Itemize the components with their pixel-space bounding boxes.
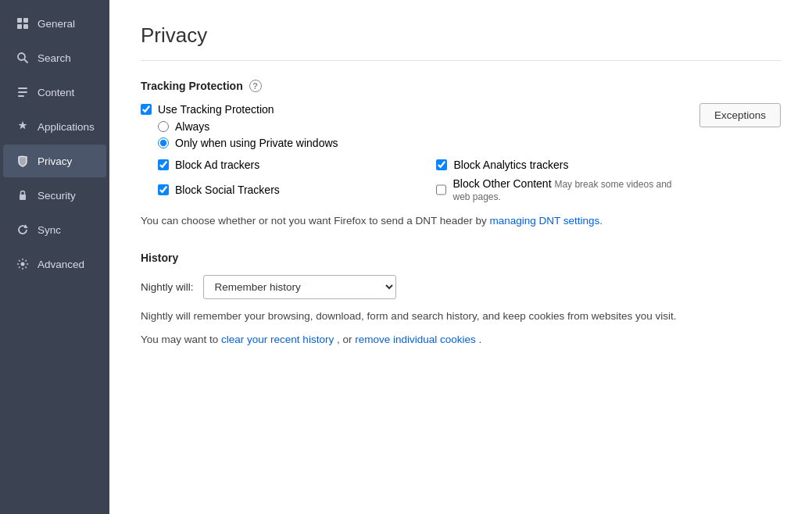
sync-icon: [16, 223, 30, 237]
page-title: Privacy: [141, 23, 781, 48]
block-other-label[interactable]: Block Other Content May break some video…: [453, 177, 683, 202]
block-social-label[interactable]: Block Social Trackers: [175, 184, 280, 196]
content-icon: [16, 85, 30, 99]
block-analytics-option: Block Analytics trackers: [436, 159, 683, 171]
sidebar-item-search[interactable]: Search: [3, 41, 106, 74]
svg-rect-2: [17, 24, 22, 29]
svg-rect-1: [23, 18, 28, 23]
block-other-option: Block Other Content May break some video…: [436, 177, 683, 202]
block-social-checkbox[interactable]: [158, 184, 169, 195]
title-divider: [141, 60, 781, 61]
use-tracking-checkbox[interactable]: [141, 104, 152, 115]
block-ad-checkbox[interactable]: [158, 159, 169, 170]
exceptions-button[interactable]: Exceptions: [699, 103, 781, 127]
use-tracking-row: Use Tracking Protection: [141, 103, 684, 116]
svg-rect-9: [20, 195, 26, 200]
nightly-will-label: Nightly will:: [141, 281, 194, 293]
dnt-link[interactable]: managing DNT settings.: [490, 215, 603, 227]
sidebar-item-security[interactable]: Security: [3, 179, 106, 212]
general-icon: [16, 16, 30, 30]
sidebar-item-advanced[interactable]: Advanced: [3, 248, 106, 280]
sidebar-item-applications[interactable]: Applications: [3, 110, 106, 143]
tracking-protection-section: Tracking Protection ? Use Tracking Prote…: [141, 80, 781, 227]
search-icon: [16, 51, 30, 65]
history-links: You may want to clear your recent histor…: [141, 334, 781, 345]
history-row: Nightly will: Remember history Never rem…: [141, 275, 781, 299]
block-ad-label[interactable]: Block Ad trackers: [175, 159, 259, 171]
tracking-row: Use Tracking Protection Always Only when…: [141, 103, 781, 227]
history-description: Nightly will remember your browsing, dow…: [141, 309, 781, 324]
svg-point-4: [18, 53, 25, 60]
svg-point-10: [21, 262, 25, 266]
clear-history-link[interactable]: clear your recent history: [221, 334, 334, 345]
svg-rect-0: [17, 18, 22, 23]
privacy-icon: [16, 154, 30, 168]
sidebar-item-privacy[interactable]: Privacy: [3, 145, 106, 177]
private-windows-radio[interactable]: [158, 137, 169, 148]
always-label[interactable]: Always: [175, 120, 209, 133]
svg-line-5: [24, 59, 28, 63]
sidebar-item-search-label: Search: [38, 52, 71, 64]
svg-rect-7: [18, 91, 27, 93]
sub-options-grid: Block Ad trackers Block Analytics tracke…: [158, 159, 684, 202]
sidebar-item-privacy-label: Privacy: [38, 155, 72, 167]
sidebar-item-content-label: Content: [38, 87, 74, 98]
remove-cookies-link[interactable]: remove individual cookies: [355, 334, 476, 345]
main-content: Privacy Tracking Protection ? Use Tracki…: [109, 0, 812, 514]
tracking-controls: Use Tracking Protection Always Only when…: [141, 103, 684, 227]
always-radio[interactable]: [158, 121, 169, 132]
security-icon: [16, 188, 30, 202]
history-heading: History: [141, 252, 178, 264]
dnt-text: You can choose whether or not you want F…: [141, 215, 684, 227]
block-other-checkbox[interactable]: [436, 184, 446, 195]
block-ad-option: Block Ad trackers: [158, 159, 405, 171]
sidebar-item-sync[interactable]: Sync: [3, 213, 106, 246]
svg-rect-8: [18, 95, 24, 97]
private-windows-radio-row: Only when using Private windows: [158, 137, 684, 149]
sidebar-item-security-label: Security: [38, 190, 76, 202]
block-social-option: Block Social Trackers: [158, 177, 405, 202]
history-select[interactable]: Remember history Never remember history …: [203, 275, 396, 299]
history-heading-row: History: [141, 252, 781, 264]
svg-rect-3: [23, 24, 28, 29]
history-section: History Nightly will: Remember history N…: [141, 252, 781, 345]
advanced-icon: [16, 257, 30, 271]
tracking-heading-row: Tracking Protection ?: [141, 80, 781, 92]
applications-icon: [16, 120, 30, 134]
sidebar-item-applications-label: Applications: [38, 121, 95, 133]
sidebar-item-general[interactable]: General: [3, 7, 106, 40]
tracking-help-icon[interactable]: ?: [249, 80, 262, 92]
sidebar-item-general-label: General: [38, 18, 75, 30]
sidebar-item-advanced-label: Advanced: [38, 259, 84, 270]
sidebar-item-sync-label: Sync: [38, 224, 61, 236]
block-analytics-checkbox[interactable]: [436, 159, 447, 170]
sidebar-item-content[interactable]: Content: [3, 76, 106, 109]
svg-rect-6: [18, 87, 27, 89]
tracking-heading: Tracking Protection: [141, 80, 243, 92]
private-windows-label[interactable]: Only when using Private windows: [175, 137, 338, 149]
block-analytics-label[interactable]: Block Analytics trackers: [453, 159, 568, 171]
sidebar: General Search Content Applications: [0, 0, 109, 514]
always-radio-row: Always: [158, 120, 684, 133]
use-tracking-label[interactable]: Use Tracking Protection: [158, 103, 274, 116]
